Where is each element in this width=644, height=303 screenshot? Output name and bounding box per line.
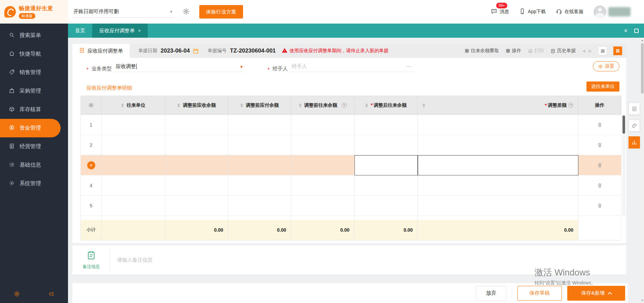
sidebar-item-search-menu[interactable]: 搜索菜单: [0, 26, 68, 45]
scroll-down-icon[interactable]: ▼: [641, 299, 644, 302]
cell-partner[interactable]: [102, 175, 165, 196]
tab-home[interactable]: 首页: [68, 24, 92, 38]
sidebar-item-funds[interactable]: 资金管理: [0, 119, 61, 137]
cell-pre-balance[interactable]: [291, 115, 354, 135]
select-partner-button[interactable]: 选往来单位: [586, 81, 619, 92]
grid-scrollbar-thumb[interactable]: [622, 115, 625, 134]
list-view-button[interactable]: [598, 46, 607, 55]
attachment-button[interactable]: [629, 120, 640, 132]
sidebar-item-operations[interactable]: 经营管理: [0, 137, 68, 156]
fullscreen-icon[interactable]: [634, 29, 639, 33]
page-scrollbar[interactable]: ▲ ▼: [641, 38, 644, 303]
header-partner[interactable]: 往来单位: [102, 96, 165, 115]
sidebar-item-system[interactable]: 系统管理: [0, 174, 68, 193]
sidebar: 搜索菜单 快捷导航 销售管理 采购管理 库存核算 资金管理: [0, 24, 68, 303]
doc-date-value[interactable]: 2023-06-04: [161, 47, 190, 54]
cell-partner[interactable]: [102, 196, 165, 216]
cell-pre-receivable[interactable]: [165, 196, 228, 216]
cell-pre-receivable[interactable]: [165, 155, 228, 175]
subtotal-pre-payable: 0.00: [228, 220, 291, 240]
sidebar-item-quick-nav[interactable]: 快捷导航: [0, 45, 68, 63]
document-title-tab[interactable]: 应收应付调整单: [72, 44, 130, 58]
add-row-button[interactable]: +: [87, 161, 95, 169]
cell-pre-payable[interactable]: [228, 155, 291, 175]
remark-input[interactable]: 请输入备注信息: [110, 257, 626, 263]
cell-pre-payable[interactable]: [228, 196, 291, 216]
delete-row-icon[interactable]: [597, 142, 603, 148]
cell-post-balance[interactable]: [354, 135, 418, 155]
sidebar-item-basic-info[interactable]: 基础信息: [0, 156, 68, 174]
delete-row-icon[interactable]: [597, 122, 603, 128]
account-period-dropdown[interactable]: 开账日期可停用可删 ▾: [73, 5, 174, 18]
cell-pre-payable[interactable]: [228, 115, 291, 135]
page-scrollbar-thumb[interactable]: [641, 43, 644, 94]
report-panel-button[interactable]: [629, 103, 640, 115]
cell-pre-balance[interactable]: [291, 196, 354, 216]
actions-menu-button[interactable]: 操作: [506, 48, 521, 54]
form-icon: [79, 47, 85, 54]
header-pre-payable[interactable]: 调整前应付余额: [228, 96, 291, 115]
biz-type-select[interactable]: 应收调整 ▾: [114, 62, 244, 72]
cell-pre-balance[interactable]: [291, 175, 354, 196]
delete-row-icon[interactable]: [597, 182, 603, 188]
cell-diff[interactable]: [418, 135, 578, 155]
sidebar-settings-gear-icon[interactable]: [13, 291, 20, 299]
brand-logo-area: 畅捷通好生意 标准版: [0, 0, 68, 24]
next-doc-arrow-icon[interactable]: ▶: [589, 48, 592, 53]
subtotal-pre-receivable: 0.00: [165, 220, 228, 240]
cell-partner[interactable]: [102, 115, 165, 135]
grid-scrollbar[interactable]: [622, 115, 625, 216]
sidebar-collapse-icon[interactable]: [48, 291, 55, 299]
cell-pre-balance[interactable]: [291, 135, 354, 155]
header-pre-balance[interactable]: 调整前往来余额 ?: [291, 96, 354, 115]
cell-diff[interactable]: [418, 196, 578, 216]
cell-pre-balance[interactable]: [291, 155, 354, 175]
abandon-button[interactable]: 放弃: [476, 286, 506, 301]
online-service-button[interactable]: 在线客服: [556, 8, 583, 15]
cell-post-balance[interactable]: [354, 115, 418, 135]
tab-adjustment-doc[interactable]: 应收应付调整单 ×: [92, 24, 148, 38]
print-button[interactable]: 打印: [528, 48, 544, 54]
header-diff[interactable]: *调整差额?: [418, 96, 578, 115]
user-avatar[interactable]: [594, 5, 606, 18]
trial-solution-button[interactable]: 体验行业方案: [199, 5, 243, 19]
cell-pre-receivable[interactable]: [165, 135, 228, 155]
app-download-button[interactable]: App下载: [519, 8, 546, 15]
messages-button[interactable]: 99+ 消息: [491, 8, 509, 15]
settings-button[interactable]: 设置: [593, 61, 619, 71]
prev-doc-arrow-icon[interactable]: ◀: [582, 48, 585, 53]
topbar-settings-gear-icon[interactable]: [182, 8, 191, 16]
scroll-up-icon[interactable]: ▲: [641, 39, 644, 42]
cell-diff[interactable]: [418, 115, 578, 135]
more-options-icon[interactable]: ⋯: [406, 63, 412, 70]
cell-pre-payable[interactable]: [228, 175, 291, 196]
header-pre-receivable[interactable]: 调整前应收余额: [165, 96, 228, 115]
handler-input[interactable]: 经手人 ⋯: [290, 62, 413, 72]
tab-close-icon[interactable]: ×: [138, 28, 141, 33]
close-all-tabs-icon[interactable]: ×: [624, 28, 628, 34]
refetch-balance-button[interactable]: 往来余额重取: [465, 48, 499, 54]
cell-diff[interactable]: [418, 175, 578, 196]
cell-pre-payable[interactable]: [228, 135, 291, 155]
cell-post-balance[interactable]: [354, 175, 418, 196]
sidebar-item-sales[interactable]: 销售管理: [0, 63, 68, 82]
save-draft-button[interactable]: 保存草稿: [517, 286, 562, 301]
delete-row-icon[interactable]: [597, 203, 603, 208]
delete-row-icon[interactable]: [597, 162, 603, 168]
cell-partner[interactable]: [102, 155, 165, 175]
cell-post-balance-editing[interactable]: [354, 155, 418, 175]
cell-diff-editing[interactable]: [418, 155, 578, 175]
analytics-panel-button[interactable]: [629, 136, 640, 148]
column-settings-cell[interactable]: [81, 96, 102, 115]
sidebar-item-inventory[interactable]: 库存核算: [0, 100, 68, 119]
cell-pre-receivable[interactable]: [165, 115, 228, 135]
cell-pre-receivable[interactable]: [165, 175, 228, 196]
save-and-new-button[interactable]: 保存&新增: [567, 286, 625, 301]
sidebar-item-purchase[interactable]: 采购管理: [0, 82, 68, 100]
calendar-icon[interactable]: [193, 48, 199, 54]
cell-post-balance[interactable]: [354, 196, 418, 216]
history-docs-button[interactable]: 历史单据: [550, 48, 576, 54]
grid-view-button[interactable]: [613, 46, 622, 55]
cell-partner[interactable]: [102, 135, 165, 155]
header-post-balance[interactable]: *调整后往来余额: [354, 96, 418, 115]
